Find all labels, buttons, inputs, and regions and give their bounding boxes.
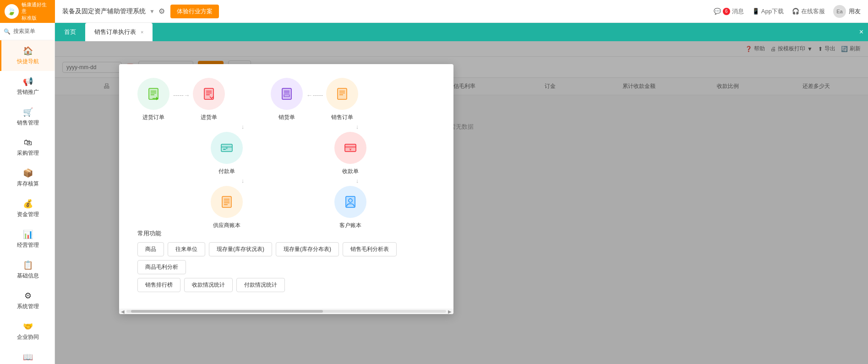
svg-rect-37 [346,196,355,207]
trial-button[interactable]: 体验行业方案 [170,5,219,18]
logo-area: 🍃 畅康通好生意 标准版 [0,0,55,23]
tab-bar: 首页 销售订单执行表 × × [55,23,868,41]
func-btn-receipt-stat[interactable]: 收款情况统计 [184,278,233,292]
workflow-diagram: 进货订单 - - - - - → [137,78,435,229]
svg-rect-12 [282,88,291,99]
sidebar-search[interactable]: 🔍 搜索菜单 [0,23,55,40]
scrollbar-track[interactable] [126,310,446,313]
operation-icon: 📊 [23,229,33,239]
workflow-down-arrows-2: ↓ ↓ [137,177,373,184]
user-area[interactable]: Ea 用友 [833,5,861,18]
sidebar-item-newbie[interactable]: 📖 新手引导 [0,347,55,364]
flow-item-receipt[interactable]: ¥ 收款单 [334,132,366,175]
flow-item-customer-account[interactable]: 客户账本 [334,186,366,229]
finance-icon: 💰 [23,199,33,209]
common-functions-section: 常用功能 商品 往来单位 现存量(库存状况表) 现存量(库存分布表) 销售毛利分… [137,229,435,292]
logo-icon: 🍃 [5,4,19,19]
sidebar-item-operation[interactable]: 📊 经营管理 [0,224,55,255]
app-icon: 📱 [752,8,759,15]
customer-account-icon [334,186,366,218]
workflow-down-arrows: ↓ ↓ [137,123,373,130]
payment-icon: ¥ [211,132,243,164]
settings-icon[interactable]: ⚙ [158,7,165,16]
system-icon: ⚙ [24,291,32,301]
sidebar: 🔍 搜索菜单 🏠 快捷导航 📢 营销推广 🛒 销售管理 🛍 采购管理 📦 库存核… [0,23,55,364]
common-functions-title: 常用功能 [137,229,435,238]
flow-item-payment[interactable]: ¥ 付款单 [211,132,243,175]
func-btn-stock-status[interactable]: 现存量(库存状况表) [209,242,272,256]
flow-item-purchase-bill[interactable]: 进货单 [193,78,225,121]
arrow-2: ← - - - - - [303,92,326,108]
func-btn-contact[interactable]: 往来单位 [168,242,205,256]
func-btn-sales-rank[interactable]: 销售排行榜 [137,278,180,292]
sidebar-item-quick-nav[interactable]: 🏠 快捷导航 [0,40,55,71]
purchase-icon: 🛍 [24,138,32,147]
basic-info-icon: 📋 [23,260,33,270]
newbie-icon: 📖 [23,352,33,362]
func-btn-product-gross[interactable]: 商品毛利分析 [137,260,186,274]
svg-rect-31 [222,196,231,207]
scrollbar-thumb[interactable] [131,310,323,313]
inventory-icon: 📦 [23,168,33,178]
func-btn-payment-stat[interactable]: 付款情况统计 [236,278,285,292]
sidebar-item-system[interactable]: ⚙ 系统管理 [0,285,55,316]
logo-text: 畅康通好生意 标准版 [22,1,50,21]
func-buttons-row2: 销售排行榜 收款情况统计 付款情况统计 [137,278,435,292]
func-btn-stock-dist[interactable]: 现存量(库存分布表) [276,242,339,256]
marketing-icon: 📢 [23,76,33,87]
online-service-button[interactable]: 🎧 在线客服 [792,7,825,16]
workflow-row-2: ¥ 付款单 [137,132,366,175]
sidebar-item-sales[interactable]: 🛒 销售管理 [0,102,55,132]
supplier-account-icon [211,186,243,218]
avatar: Ea [833,5,846,18]
content-area: ❓ 帮助 🖨 按模板打印 ▼ ⬆ 导出 🔄 刷新 [55,41,868,364]
main-content: 首页 销售订单执行表 × × ❓ 帮助 🖨 按模板打印 ▼ [55,23,868,364]
purchase-bill-icon [193,78,225,110]
func-btn-product[interactable]: 商品 [137,242,164,256]
svg-text:¥: ¥ [225,146,228,150]
dropdown-arrow-icon[interactable]: ▼ [149,8,155,15]
purchase-order-icon [137,78,169,110]
scroll-right-icon[interactable]: ▶ [448,309,452,314]
receipt-icon: ¥ [334,132,366,164]
sale-bill-icon [271,78,303,110]
tab-home[interactable]: 首页 [55,23,85,41]
search-icon: 🔍 [4,28,11,35]
sidebar-item-enterprise[interactable]: 🤝 企业协同 [0,316,55,347]
sidebar-item-basic-info[interactable]: 📋 基础信息 [0,255,55,285]
workflow-modal: 进货订单 - - - - - → [119,64,453,314]
headset-icon: 🎧 [792,8,799,15]
message-icon: 💬 [714,8,721,15]
svg-rect-17 [338,88,347,99]
sidebar-item-purchase[interactable]: 🛍 采购管理 [0,132,55,163]
scroll-left-icon[interactable]: ◀ [121,309,125,314]
svg-text:¥: ¥ [349,147,352,152]
tab-bar-close-button[interactable]: × [859,28,863,36]
app-download-button[interactable]: 📱 App下载 [752,7,784,16]
modal-scrollbar[interactable]: ◀ ▶ [119,309,453,314]
tab-close-icon[interactable]: × [141,29,143,35]
flow-item-sale-order[interactable]: 销售订单 [326,78,358,121]
sale-order-icon [326,78,358,110]
system-title: 装备及固定资产辅助管理系统 ▼ [62,7,155,16]
tab-sales-orders[interactable]: 销售订单执行表 × [85,23,153,41]
workflow-row-1: 进货订单 - - - - - → [137,78,358,121]
func-buttons-row1: 商品 往来单位 现存量(库存状况表) 现存量(库存分布表) 销售毛利分析表 商品… [137,242,435,274]
home-icon: 🏠 [23,46,33,56]
header-right: 💬 6 消息 📱 App下载 🎧 在线客服 Ea 用友 [714,5,861,18]
flow-item-supplier-account[interactable]: 供应商账本 [211,186,243,229]
workflow-row-3: 供应商账本 [137,186,366,229]
message-button[interactable]: 💬 6 消息 [714,7,744,16]
sidebar-item-inventory[interactable]: 📦 库存核算 [0,163,55,193]
modal-body: 进货订单 - - - - - → [119,64,453,309]
top-header: 🍃 畅康通好生意 标准版 装备及固定资产辅助管理系统 ▼ ⚙ 体验行业方案 💬 … [0,0,868,23]
sidebar-item-marketing[interactable]: 📢 营销推广 [0,71,55,102]
arrow-1: - - - - - → [169,92,193,108]
func-btn-sales-gross[interactable]: 销售毛利分析表 [343,242,397,256]
flow-item-sale-bill[interactable]: 销货单 [271,78,303,121]
sidebar-item-finance[interactable]: 💰 资金管理 [0,193,55,224]
main-layout: 🔍 搜索菜单 🏠 快捷导航 📢 营销推广 🛒 销售管理 🛍 采购管理 📦 库存核… [0,23,868,364]
flow-item-purchase-order[interactable]: 进货订单 [137,78,169,121]
sales-icon: 🛒 [23,107,33,117]
enterprise-icon: 🤝 [23,321,33,331]
